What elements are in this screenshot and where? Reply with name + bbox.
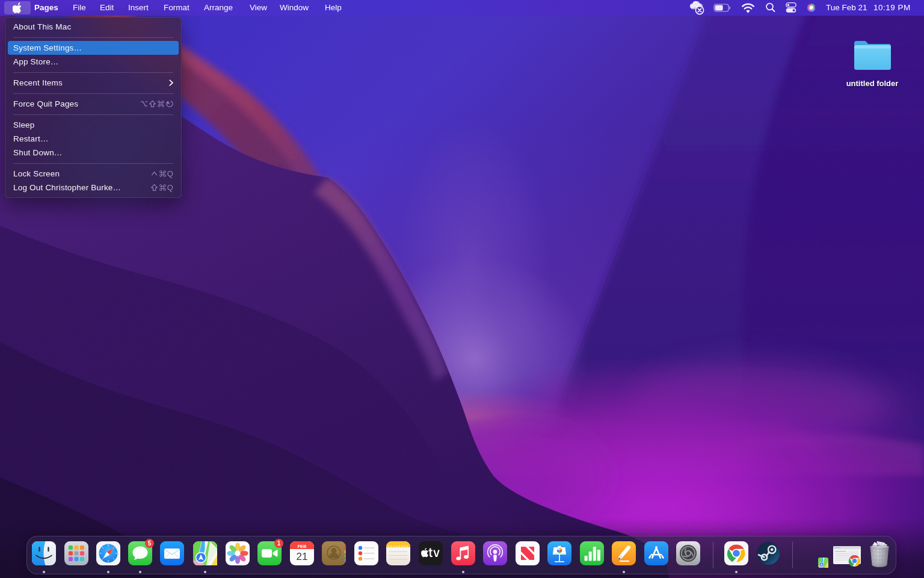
svg-text:FEB: FEB	[298, 544, 307, 549]
svg-text:21: 21	[297, 551, 308, 562]
